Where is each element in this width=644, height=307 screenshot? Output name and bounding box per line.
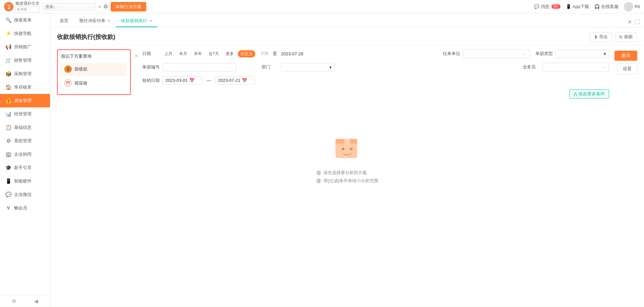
tab-expand-icon[interactable]: ⛶ xyxy=(635,19,640,25)
setting-button[interactable]: 设置 xyxy=(617,63,637,74)
sidebar-settings-icon[interactable]: ⚙ xyxy=(12,298,16,304)
settings-icon[interactable]: ⚙ xyxy=(103,3,108,10)
message-item[interactable]: 💬 消息 99+ xyxy=(534,4,560,10)
online-service-item[interactable]: 🎧 在线客服 xyxy=(594,4,619,10)
empty-state: 1 请先选择要分析的方案 2 用[过滤]条件来缩小分析范围 xyxy=(50,103,644,213)
doc-number-field: 单据编号 xyxy=(142,63,236,71)
sidebar-item-hardware[interactable]: 📱 智能硬件 xyxy=(0,174,50,188)
refresh-icon: ↻ xyxy=(619,35,623,40)
partner-input[interactable]: ··· xyxy=(463,49,530,58)
sidebar-label: 搜索菜单 xyxy=(14,17,32,23)
search-input[interactable] xyxy=(42,3,96,10)
collapse-panel-btn[interactable]: » xyxy=(135,49,138,99)
hint-text-2: 用[过滤]条件来缩小分析范围 xyxy=(323,178,378,184)
collapse-left-icon[interactable]: » xyxy=(135,52,138,59)
sidebar-item-member[interactable]: V 畅会员 xyxy=(0,201,50,215)
empty-illustration xyxy=(330,130,364,163)
sidebar-item-quick-nav[interactable]: ⚡ 快捷导航 xyxy=(0,27,50,40)
tab-home[interactable]: 首页 xyxy=(54,15,74,27)
salesperson-dots-icon[interactable]: ··· xyxy=(602,64,606,70)
enterprise-icon: 🏢 xyxy=(5,151,11,157)
sidebar-item-sales[interactable]: 🛒 销售管理 xyxy=(0,54,50,67)
finance-icon: 💰 xyxy=(5,98,11,104)
hint-text-1: 请先选择要分析的方案 xyxy=(323,170,367,176)
sidebar-collapse-icon[interactable]: ◀ xyxy=(34,298,38,304)
inventory-icon: 🏠 xyxy=(5,84,11,90)
dropdown-chevron-icon: ▾ xyxy=(604,51,606,56)
partner-dots-icon[interactable]: ··· xyxy=(523,51,527,56)
sidebar-item-system[interactable]: ⚙ 系统管理 xyxy=(0,134,50,148)
page-title: 收款核销执行(按收款) xyxy=(57,33,115,41)
tab-collection[interactable]: 收款核销执行 ✕ xyxy=(116,15,158,27)
writeoff-start-input[interactable]: 2023-03-01 📅 xyxy=(162,76,203,85)
date-this-year-btn[interactable]: 本年 xyxy=(191,50,205,57)
doc-number-label: 单据编号 xyxy=(142,64,160,70)
tab-collection-label: 收款核销执行 xyxy=(121,18,147,24)
logo-icon: 🐰 xyxy=(4,2,13,11)
doc-number-input[interactable] xyxy=(162,63,236,71)
tab-close-icon[interactable]: ✕ xyxy=(628,19,632,25)
system-icon: ⚙ xyxy=(5,138,11,144)
receipt-icon: 💲 xyxy=(64,65,72,73)
date-more-btn[interactable]: 更多 xyxy=(223,50,236,57)
date-buttons: 上月 本月 本年 近7天 更多 自定义 xyxy=(162,50,255,57)
writeoff-end-input[interactable]: 2023-07-21 📅 xyxy=(215,76,255,85)
industry-btn[interactable]: 体验行业方案 xyxy=(111,2,146,11)
dept-select[interactable]: ▾ xyxy=(281,63,335,71)
date-this-month-btn[interactable]: 本月 xyxy=(176,50,190,57)
writeoff-date-dash: — xyxy=(207,78,211,83)
doc-type-field: 单据类型 ▾ xyxy=(535,50,609,58)
tab-actions: ✕ ⛶ xyxy=(628,19,640,27)
sidebar-item-purchase[interactable]: 📦 采购管理 xyxy=(0,67,50,81)
export-icon: ⬆ xyxy=(594,35,598,40)
writeoff-date-field: 核销日期 2023-03-01 📅 — 2023-07-21 xyxy=(142,76,255,85)
tab-prepay-close-icon[interactable]: ✕ xyxy=(107,19,110,23)
date-7days-btn[interactable]: 近7天 xyxy=(206,50,222,57)
tab-prepay-label: 预付冲应付单 xyxy=(79,18,105,24)
purchase-icon: 📦 xyxy=(5,71,11,77)
page-inner: 收款核销执行(按收款) ⬆ 导出 ↻ 刷新 xyxy=(50,28,644,307)
date-last-month-btn[interactable]: 上月 xyxy=(162,50,175,57)
calendar-end-icon[interactable]: 📅 xyxy=(242,78,247,83)
collapse-more-btn[interactable]: ⋀ 收起更多条件 xyxy=(569,89,609,99)
doc-type-select[interactable]: ▾ xyxy=(555,50,609,58)
tab-prepay[interactable]: 预付冲应付单 ✕ xyxy=(74,15,116,27)
date-custom-btn[interactable]: 自定义 xyxy=(238,50,255,57)
filter-row-2: 单据编号 部门 ▾ xyxy=(142,63,609,71)
guide-icon: 🎓 xyxy=(5,165,11,171)
sidebar-item-guide[interactable]: 🎓 新手引导 xyxy=(0,161,50,174)
user-item[interactable]: Rit xyxy=(624,2,640,11)
sidebar-label: 企业协同 xyxy=(14,151,32,157)
sidebar-item-basic-info[interactable]: 📋 基础信息 xyxy=(0,121,50,134)
sidebar-item-marketing[interactable]: 📢 营销推广 xyxy=(0,40,50,54)
search-icon: 🔍 xyxy=(5,17,11,23)
svg-rect-4 xyxy=(344,139,350,146)
filter-option-by-receipt[interactable]: 💲 按收款 xyxy=(61,63,127,75)
sidebar-item-wechat[interactable]: 💬 企业微信 xyxy=(0,188,50,201)
sidebar-item-finance[interactable]: 💰 资金管理 xyxy=(0,94,50,107)
sidebar-item-search-menu[interactable]: 🔍 搜索菜单 xyxy=(0,13,50,27)
salesperson-input[interactable]: ··· xyxy=(542,63,609,71)
tabs: 首页 预付冲应付单 ✕ 收款核销执行 ✕ xyxy=(54,15,158,27)
dropdown-arrow-icon[interactable]: ▾ xyxy=(99,4,101,9)
receivable-icon: ⏰ xyxy=(64,80,72,87)
refresh-button[interactable]: ↻ 刷新 xyxy=(615,32,637,42)
app-download-item[interactable]: 📱 App下载 xyxy=(566,4,589,10)
collapse-row: ⋀ 收起更多条件 xyxy=(142,89,609,99)
query-buttons: 查询 设置 xyxy=(614,49,637,74)
tab-collection-close-icon[interactable]: ✕ xyxy=(149,19,152,23)
filter-option-receivable-label: 按应收 xyxy=(74,80,88,86)
query-button[interactable]: 查询 xyxy=(614,51,637,61)
sidebar-item-inventory[interactable]: 🏠 库存核算 xyxy=(0,81,50,94)
filter-panel-title: 按以下方案查询 xyxy=(61,53,127,59)
empty-hints: 1 请先选择要分析的方案 2 用[过滤]条件来缩小分析范围 xyxy=(316,170,378,186)
sidebar-item-enterprise[interactable]: 🏢 企业协同 xyxy=(0,148,50,161)
sidebar-item-operations[interactable]: 📊 经营管理 xyxy=(0,107,50,121)
tab-bar: 首页 预付冲应付单 ✕ 收款核销执行 ✕ ✕ ⛶ xyxy=(50,13,644,28)
calendar-start-icon[interactable]: 📅 xyxy=(189,78,195,83)
topbar: 🐰 畅捷通好生意 标准版 ▾ ⚙ 体验行业方案 💬 消息 99+ 📱 App下载… xyxy=(0,0,644,13)
filter-option-by-receivable[interactable]: ⏰ 按应收 xyxy=(61,77,127,90)
filter-row-1: 日期 上月 本月 本年 近7天 更多 自定义 xyxy=(142,49,609,58)
export-button[interactable]: ⬆ 导出 xyxy=(590,32,612,42)
member-icon: V xyxy=(5,206,11,210)
